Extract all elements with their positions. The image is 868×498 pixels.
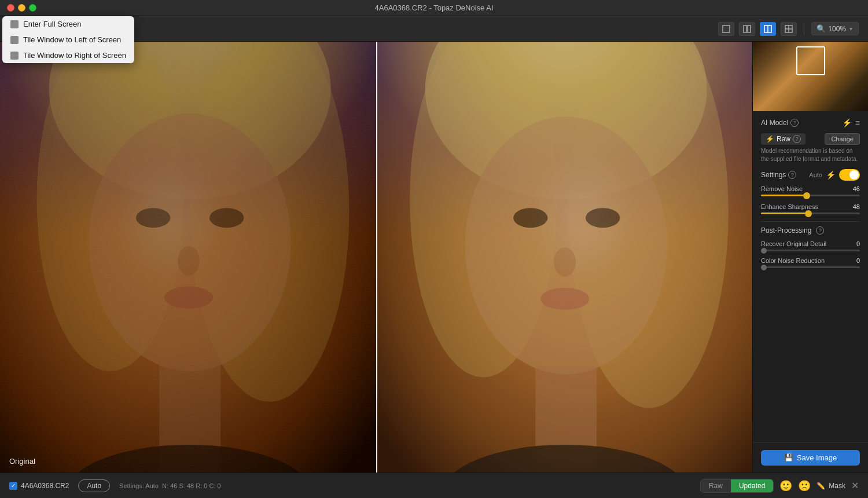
file-checkbox-label: ✓ 4A6A0368.CR2 <box>9 482 69 490</box>
svg-point-23 <box>586 208 620 228</box>
menu-item-tile-left[interactable]: Tile Window to Left of Screen <box>2 32 134 47</box>
auto-button[interactable]: Auto <box>78 479 110 492</box>
settings-label: Settings ? <box>761 171 796 179</box>
close-bottom-button[interactable]: ✕ <box>851 480 859 491</box>
change-model-button[interactable]: Change <box>825 133 860 145</box>
file-checkbox[interactable]: ✓ <box>9 482 17 490</box>
tile-right-icon <box>10 52 19 60</box>
toolbar-right: 🔍 100% ▼ <box>718 22 859 36</box>
view-quad-button[interactable] <box>781 22 797 36</box>
enhance-sharpness-thumb[interactable] <box>805 210 812 217</box>
svg-rect-1 <box>744 25 746 32</box>
bottom-bar: ✓ 4A6A0368.CR2 Auto Settings: Auto N: 46… <box>0 473 868 498</box>
mask-icon: ✏️ <box>816 482 825 490</box>
thumbnail-area <box>753 42 868 111</box>
zoom-icon: 🔍 <box>816 24 826 33</box>
main-area: Original AI Model ? ⚡ ≡ <box>0 42 868 473</box>
remove-noise-label: Remove Noise <box>761 185 803 192</box>
color-noise-label: Color Noise Reduction <box>761 257 825 264</box>
save-image-button[interactable]: 💾 Save Image <box>761 450 860 466</box>
post-processing-info-icon[interactable]: ? <box>816 226 824 235</box>
tile-left-icon <box>10 36 19 44</box>
file-name: 4A6A0368.CR2 <box>21 482 69 490</box>
view-split-button[interactable] <box>760 22 776 36</box>
color-noise-control: Color Noise Reduction 0 <box>761 257 860 268</box>
svg-rect-2 <box>748 25 751 32</box>
image-area: Original <box>0 42 752 473</box>
save-icon: 💾 <box>784 453 793 462</box>
post-processing-header: Post-Processing ? <box>761 226 860 235</box>
color-noise-value: 0 <box>846 257 860 264</box>
enhance-sharpness-label: Enhance Sharpness <box>761 203 818 210</box>
split-divider[interactable] <box>376 42 377 473</box>
svg-point-22 <box>513 208 547 228</box>
section-divider <box>761 221 860 222</box>
titlebar: 4A6A0368.CR2 - Topaz DeNoise AI Enter Fu… <box>0 0 868 16</box>
zoom-chevron-icon: ▼ <box>848 26 854 32</box>
settings-info-icon[interactable]: ? <box>788 171 796 179</box>
model-info-icon[interactable]: ? <box>793 135 801 143</box>
fullscreen-icon <box>10 20 19 28</box>
enhance-sharpness-control: Enhance Sharpness 48 <box>761 203 860 214</box>
original-image-panel[interactable] <box>0 42 376 473</box>
settings-info-text: Settings: Auto N: 46 S: 48 R: 0 C: 0 <box>119 482 221 489</box>
auto-label: Auto <box>809 171 822 178</box>
thumbs-down-button[interactable]: 🙁 <box>798 479 811 492</box>
recover-detail-thumb[interactable] <box>761 248 767 254</box>
minimize-button[interactable] <box>18 4 25 12</box>
ai-model-header: AI Model ? ⚡ ≡ <box>761 118 860 127</box>
enhance-sharpness-value: 48 <box>846 203 860 210</box>
model-badge: ⚡ Raw ? <box>761 133 806 145</box>
settings-content: AI Model ? ⚡ ≡ ⚡ Raw ? Change Model reco… <box>753 111 868 442</box>
thumbs-up-button[interactable]: 🙂 <box>779 479 792 492</box>
menu-item-fullscreen[interactable]: Enter Full Screen <box>2 16 134 32</box>
menu-item-tile-right[interactable]: Tile Window to Right of Screen <box>2 47 134 63</box>
color-noise-thumb[interactable] <box>761 265 767 270</box>
thumbnail-selector[interactable] <box>796 46 825 75</box>
svg-point-25 <box>540 288 590 310</box>
window-title: 4A6A0368.CR2 - Topaz DeNoise AI <box>375 3 494 12</box>
recover-detail-track[interactable] <box>761 250 860 251</box>
recover-detail-label: Recover Original Detail <box>761 240 826 247</box>
close-button[interactable] <box>7 4 14 12</box>
window-menu[interactable]: Enter Full Screen Tile Window to Left of… <box>2 16 134 63</box>
model-select-row: ⚡ Raw ? Change <box>761 133 860 145</box>
auto-lightning-icon: ⚡ <box>826 170 836 180</box>
processed-image-panel[interactable] <box>376 42 752 473</box>
enhance-sharpness-header: Enhance Sharpness 48 <box>761 203 860 210</box>
model-description: Model recommendation is based on the sup… <box>761 147 860 163</box>
remove-noise-thumb[interactable] <box>803 192 810 199</box>
svg-point-21 <box>465 117 667 375</box>
svg-rect-0 <box>723 25 730 32</box>
enhance-sharpness-fill <box>761 213 808 214</box>
remove-noise-track[interactable] <box>761 195 860 196</box>
traffic-lights <box>0 4 36 12</box>
zoom-indicator[interactable]: 🔍 100% ▼ <box>811 22 859 35</box>
right-settings-panel: AI Model ? ⚡ ≡ ⚡ Raw ? Change Model reco… <box>752 42 868 473</box>
color-noise-track[interactable] <box>761 266 860 268</box>
noise-overlay <box>0 42 376 473</box>
ai-model-info-icon[interactable]: ? <box>790 119 799 127</box>
remove-noise-control: Remove Noise 46 <box>761 185 860 196</box>
compare-tab-updated[interactable]: Updated <box>731 479 773 492</box>
compare-tab-raw[interactable]: Raw <box>701 479 731 492</box>
auto-toggle[interactable] <box>839 169 860 181</box>
recover-detail-control: Recover Original Detail 0 <box>761 240 860 251</box>
compare-tabs: Raw Updated <box>700 479 774 493</box>
view-horiz-button[interactable] <box>739 22 755 36</box>
enhance-sharpness-track[interactable] <box>761 213 860 214</box>
view-single-button[interactable] <box>718 22 734 36</box>
mask-button[interactable]: ✏️ Mask <box>816 482 845 490</box>
fullscreen-button[interactable] <box>29 4 36 12</box>
recover-detail-value: 0 <box>846 240 860 247</box>
bottom-right-controls: Raw Updated 🙂 🙁 ✏️ Mask ✕ <box>700 479 859 493</box>
ai-model-title: AI Model ? <box>761 119 799 127</box>
settings-auto-row: Settings ? Auto ⚡ <box>761 169 860 181</box>
split-view-container <box>0 42 752 473</box>
remove-noise-header: Remove Noise 46 <box>761 185 860 192</box>
auto-toggle-container: Auto ⚡ <box>809 169 860 181</box>
save-button-area: 💾 Save Image <box>753 442 868 473</box>
preset-icon[interactable]: ⚡ <box>842 118 852 127</box>
remove-noise-value: 46 <box>846 185 860 192</box>
list-icon[interactable]: ≡ <box>855 118 860 127</box>
